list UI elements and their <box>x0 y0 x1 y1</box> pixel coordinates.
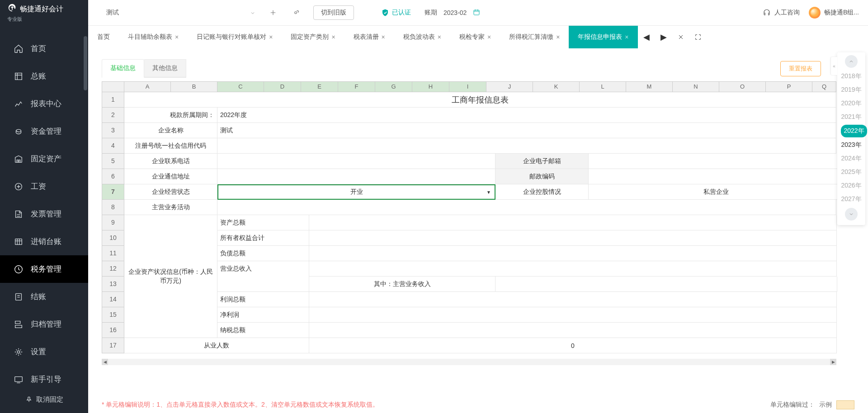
cell[interactable] <box>309 215 837 230</box>
cell[interactable]: 2022年度 <box>217 108 836 123</box>
cell[interactable] <box>309 307 837 323</box>
nav-2[interactable]: 报表中心 <box>0 90 88 117</box>
subtab-basic[interactable]: 基础信息 <box>102 59 144 78</box>
calendar-icon[interactable] <box>473 9 480 17</box>
row-header-2[interactable]: 2 <box>102 108 124 123</box>
tab-0[interactable]: 首页 <box>88 26 119 48</box>
tab-close-icon[interactable]: × <box>487 33 491 41</box>
cell[interactable]: 企业电子邮箱 <box>495 154 589 169</box>
cell[interactable]: 测试 <box>217 123 836 138</box>
cell[interactable] <box>309 323 837 338</box>
nav-4[interactable]: 固定资产 <box>0 145 88 173</box>
tab-3[interactable]: 固定资产类别× <box>282 26 344 48</box>
cell[interactable] <box>495 277 837 292</box>
nav-0[interactable]: 首页 <box>0 35 88 62</box>
col-header-Q[interactable]: Q <box>812 81 836 92</box>
row-header-6[interactable]: 6 <box>102 169 124 184</box>
nav-6[interactable]: 发票管理 <box>0 200 88 228</box>
cell[interactable] <box>217 277 309 292</box>
tab-close-icon[interactable]: × <box>438 33 441 41</box>
row-header-10[interactable]: 10 <box>102 230 124 246</box>
nav-5[interactable]: 工资 <box>0 173 88 200</box>
row-header-3[interactable]: 3 <box>102 123 124 138</box>
row-header-16[interactable]: 16 <box>102 323 124 338</box>
reset-button[interactable]: 重置报表 <box>780 61 821 76</box>
gear-icon[interactable] <box>291 8 301 18</box>
col-header-H[interactable]: H <box>412 81 449 92</box>
tab-close-all-icon[interactable] <box>672 26 689 48</box>
row-header-1[interactable]: 1 <box>102 92 124 108</box>
tab-close-icon[interactable]: × <box>269 33 273 41</box>
switch-old-button[interactable]: 切到旧版 <box>313 5 354 20</box>
year-2018年[interactable]: 2018年 <box>838 70 864 83</box>
nav-8[interactable]: 税务管理 <box>0 255 88 283</box>
row-header-12[interactable]: 12 <box>102 261 124 277</box>
cell[interactable] <box>309 261 837 277</box>
col-header-K[interactable]: K <box>533 81 580 92</box>
cell[interactable]: 负债总额 <box>217 246 309 261</box>
cell[interactable]: 企业名称 <box>124 123 217 138</box>
col-header-L[interactable]: L <box>580 81 626 92</box>
tab-next-icon[interactable]: ▶ <box>655 26 672 48</box>
col-header-N[interactable]: N <box>673 81 719 92</box>
cell[interactable]: 企业经营状态 <box>124 184 217 200</box>
year-collapse-icon[interactable]: « <box>831 57 837 75</box>
nav-7[interactable]: 进销台账 <box>0 228 88 255</box>
col-header-A[interactable]: A <box>124 81 171 92</box>
period-value[interactable]: 2023-02 <box>443 9 467 16</box>
year-2023年[interactable]: 2023年 <box>838 138 864 152</box>
row-header-8[interactable]: 8 <box>102 200 124 215</box>
col-header-P[interactable]: P <box>766 81 812 92</box>
col-header-C[interactable]: C <box>217 81 264 92</box>
col-header-O[interactable]: O <box>719 81 766 92</box>
nav-3[interactable]: 资金管理 <box>0 117 88 145</box>
nav-10[interactable]: 归档管理 <box>0 310 88 338</box>
sheet-h-scrollbar[interactable]: ◀ ▶ <box>102 359 836 365</box>
cell[interactable]: 主营业务活动 <box>124 200 217 215</box>
col-header-D[interactable]: D <box>264 81 301 92</box>
cell[interactable]: 营业总收入 <box>217 261 309 277</box>
year-2021年[interactable]: 2021年 <box>838 110 864 124</box>
row-header-17[interactable]: 17 <box>102 338 124 353</box>
year-2025年[interactable]: 2025年 <box>838 165 864 179</box>
tab-5[interactable]: 税负波动表× <box>394 26 450 48</box>
fullscreen-icon[interactable] <box>689 26 707 48</box>
row-header-11[interactable]: 11 <box>102 246 124 261</box>
col-header-B[interactable]: B <box>171 81 217 92</box>
col-header-E[interactable]: E <box>301 81 338 92</box>
cell[interactable]: 企业控股情况 <box>495 184 589 200</box>
year-2026年[interactable]: 2026年 <box>838 179 864 192</box>
consult-button[interactable]: 人工咨询 <box>763 9 800 17</box>
scroll-left-icon[interactable]: ◀ <box>102 359 108 365</box>
cell[interactable]: 利润总额 <box>217 292 309 307</box>
tab-close-icon[interactable]: × <box>556 33 560 41</box>
cell[interactable]: 企业联系电话 <box>124 154 217 169</box>
nav-11[interactable]: 设置 <box>0 338 88 366</box>
tab-1[interactable]: 斗目辅助余额表× <box>119 26 188 48</box>
cell[interactable]: 私营企业 <box>589 184 844 200</box>
user-menu[interactable]: 畅捷通B组... <box>809 7 859 19</box>
unpin-sidebar[interactable]: 取消固定 <box>0 390 88 408</box>
row-header-9[interactable]: 9 <box>102 215 124 230</box>
cell[interactable]: 从业人数 <box>124 338 309 353</box>
cell[interactable] <box>217 138 836 154</box>
plus-icon[interactable] <box>268 8 278 18</box>
cell[interactable] <box>217 200 836 215</box>
nav-12[interactable]: 新手引导 <box>0 366 88 393</box>
status-dropdown[interactable]: 开业▼ <box>217 184 495 200</box>
row-header-14[interactable]: 14 <box>102 292 124 307</box>
cell[interactable] <box>217 169 495 184</box>
tab-2[interactable]: 日记账与银行对账单核对× <box>188 26 282 48</box>
tab-close-icon[interactable]: × <box>625 33 628 41</box>
sidebar-scrollbar[interactable] <box>84 36 87 90</box>
year-2022年[interactable]: 2022年 <box>841 125 867 137</box>
row-header-4[interactable]: 4 <box>102 138 124 154</box>
cell[interactable]: 其中：主营业务收入 <box>309 277 495 292</box>
tab-4[interactable]: 税表清册× <box>344 26 394 48</box>
tab-prev-icon[interactable]: ◀ <box>638 26 655 48</box>
cell[interactable] <box>309 246 837 261</box>
year-2024年[interactable]: 2024年 <box>838 152 864 165</box>
cell[interactable]: 所有者权益合计 <box>217 230 309 246</box>
cell[interactable]: 注册号/统一社会信用代码 <box>124 138 217 154</box>
cell[interactable]: 企业通信地址 <box>124 169 217 184</box>
